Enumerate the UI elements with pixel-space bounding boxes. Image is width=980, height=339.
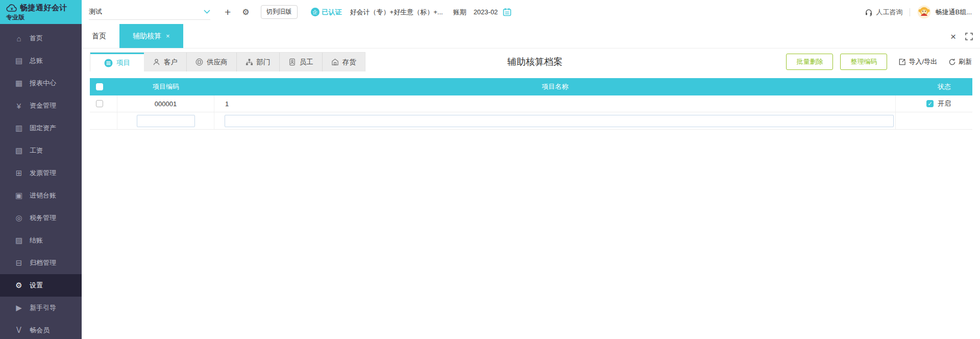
archive-icon: ⊟ bbox=[14, 258, 23, 268]
import-export-button[interactable]: 导入/导出 bbox=[898, 57, 937, 66]
sidebar-item-home[interactable]: ⌂首页 bbox=[0, 27, 82, 50]
app-logo: ¥ 畅捷通好会计 专业版 bbox=[0, 0, 82, 24]
sidebar: ¥ 畅捷通好会计 专业版 ⌂首页 ▤总账 ▦报表中心 ¥资金管理 ▥固定资产 ▧… bbox=[0, 0, 82, 339]
column-header-name: 项目名称 bbox=[214, 78, 896, 95]
gear-icon: ⚙ bbox=[14, 281, 23, 290]
column-header-code: 项目编码 bbox=[117, 78, 214, 95]
closing-book-icon: ▨ bbox=[14, 236, 23, 245]
chevron-down-icon bbox=[204, 10, 210, 14]
sidebar-item-closing[interactable]: ▨结账 bbox=[0, 229, 82, 252]
switch-old-version-button[interactable]: 切到旧版 bbox=[261, 5, 298, 19]
new-entry-row bbox=[90, 112, 972, 130]
row-checkbox[interactable] bbox=[96, 100, 103, 107]
user-name: 畅捷通B组... bbox=[935, 8, 972, 17]
customer-person-icon bbox=[153, 58, 160, 66]
sidebar-item-invoices[interactable]: ⊞发票管理 bbox=[0, 162, 82, 184]
subtab-inventory[interactable]: 存货 bbox=[322, 53, 365, 71]
inventory-box-icon bbox=[331, 58, 339, 66]
subtab-strip: 项目 客户 供应商 bbox=[90, 52, 365, 71]
tax-icon: ◎ bbox=[14, 213, 23, 223]
refresh-button[interactable]: 刷新 bbox=[948, 57, 972, 66]
vip-icon: Ⅴ bbox=[14, 326, 23, 335]
page-title: 辅助核算档案 bbox=[507, 56, 562, 68]
support-link[interactable]: 人工咨询 bbox=[865, 8, 902, 17]
subtab-supplier[interactable]: 供应商 bbox=[186, 53, 236, 71]
home-icon: ⌂ bbox=[14, 34, 23, 43]
app-window: ¥ 畅捷通好会计 专业版 ⌂首页 ▤总账 ▦报表中心 ¥资金管理 ▥固定资产 ▧… bbox=[0, 0, 980, 339]
subtab-employee[interactable]: 员工 bbox=[279, 53, 322, 71]
account-settings-gear-icon[interactable]: ⚙ bbox=[242, 7, 249, 17]
subtab-customer[interactable]: 客户 bbox=[144, 53, 186, 71]
main-area: 测试 + ⚙ 切到旧版 企 已认证 好会计（专）+好生意（标）+... 账期 2… bbox=[82, 0, 980, 339]
payroll-icon: ▧ bbox=[14, 146, 23, 155]
certified-badge[interactable]: 企 已认证 bbox=[311, 8, 342, 17]
cloud-logo-icon: ¥ bbox=[6, 4, 17, 12]
tabbar: 首页 辅助核算 × × bbox=[82, 24, 980, 49]
sidebar-item-fixed-assets[interactable]: ▥固定资产 bbox=[0, 117, 82, 139]
fullscreen-icon[interactable] bbox=[965, 33, 973, 40]
toolbar-actions: 批量删除 整理编码 导入/导出 刷新 bbox=[786, 52, 972, 71]
subtab-department[interactable]: 部门 bbox=[236, 53, 279, 71]
organize-codes-button[interactable]: 整理编码 bbox=[840, 54, 887, 70]
employee-badge-icon bbox=[288, 58, 296, 66]
sidebar-item-tax[interactable]: ◎税务管理 bbox=[0, 207, 82, 229]
tab-close-icon[interactable]: × bbox=[166, 32, 170, 40]
sidebar-item-membership[interactable]: Ⅴ畅会员 bbox=[0, 319, 82, 339]
money-bag-icon: ¥ bbox=[14, 102, 23, 110]
sidebar-item-payroll[interactable]: ▧工资 bbox=[0, 139, 82, 162]
tab-home[interactable]: 首页 bbox=[90, 24, 119, 48]
status-enabled-checkbox[interactable] bbox=[926, 100, 934, 107]
select-all-checkbox[interactable] bbox=[96, 83, 103, 90]
new-name-input[interactable] bbox=[225, 115, 894, 127]
ledger-book-icon: ▣ bbox=[14, 191, 23, 200]
close-icon[interactable]: × bbox=[950, 32, 956, 41]
batch-delete-button[interactable]: 批量删除 bbox=[786, 54, 833, 70]
sidebar-item-archive[interactable]: ⊟归档管理 bbox=[0, 252, 82, 274]
headset-icon bbox=[865, 8, 873, 16]
report-chart-icon: ▦ bbox=[14, 79, 23, 88]
invoice-icon: ⊞ bbox=[14, 168, 23, 178]
auxiliary-table: 项目编码 项目名称 状态 000001 1 开启 bbox=[90, 78, 972, 130]
play-video-icon: ▶ bbox=[14, 303, 23, 312]
sidebar-menu: ⌂首页 ▤总账 ▦报表中心 ¥资金管理 ▥固定资产 ▧工资 ⊞发票管理 ▣进销台… bbox=[0, 24, 82, 339]
period-value[interactable]: 2023-02 bbox=[474, 8, 498, 16]
sidebar-item-settings[interactable]: ⚙设置 bbox=[0, 274, 82, 297]
sidebar-item-funds[interactable]: ¥资金管理 bbox=[0, 94, 82, 117]
department-org-icon bbox=[246, 58, 253, 66]
table-header: 项目编码 项目名称 状态 bbox=[90, 78, 972, 95]
content-panel: 项目 客户 供应商 bbox=[82, 49, 980, 339]
avatar bbox=[917, 5, 931, 19]
new-code-input[interactable] bbox=[137, 115, 195, 127]
status-label: 开启 bbox=[938, 99, 951, 108]
product-bundle-label[interactable]: 好会计（专）+好生意（标）+... bbox=[350, 8, 443, 17]
sidebar-item-general-ledger[interactable]: ▤总账 bbox=[0, 50, 82, 72]
project-list-icon bbox=[104, 59, 113, 67]
account-select[interactable]: 测试 bbox=[89, 5, 210, 20]
building-icon: ▥ bbox=[14, 124, 23, 133]
add-account-icon[interactable]: + bbox=[225, 6, 231, 18]
sidebar-item-beginner-guide[interactable]: ▶新手引导 bbox=[0, 297, 82, 319]
subtab-project[interactable]: 项目 bbox=[90, 53, 144, 71]
period-label: 账期 bbox=[453, 8, 467, 17]
svg-text:¥: ¥ bbox=[11, 6, 13, 11]
enterprise-badge-icon: 企 bbox=[311, 8, 320, 16]
table-row[interactable]: 000001 1 开启 bbox=[90, 95, 972, 112]
account-name: 测试 bbox=[89, 7, 102, 16]
calendar-icon[interactable] bbox=[503, 8, 511, 16]
row-name: 1 bbox=[214, 95, 896, 112]
sidebar-item-report-center[interactable]: ▦报表中心 bbox=[0, 72, 82, 94]
toolbar: 项目 客户 供应商 bbox=[90, 52, 980, 71]
supplier-icon bbox=[195, 58, 203, 66]
column-header-status: 状态 bbox=[896, 78, 972, 95]
topbar-divider bbox=[910, 8, 910, 16]
topbar: 测试 + ⚙ 切到旧版 企 已认证 好会计（专）+好生意（标）+... 账期 2… bbox=[82, 0, 980, 24]
refresh-icon bbox=[948, 58, 956, 66]
user-menu[interactable]: 畅捷通B组... bbox=[917, 5, 972, 19]
tab-auxiliary-accounting[interactable]: 辅助核算 × bbox=[119, 24, 183, 48]
import-export-icon bbox=[898, 58, 906, 66]
ledger-icon: ▤ bbox=[14, 56, 23, 65]
app-edition: 专业版 bbox=[6, 13, 77, 22]
sidebar-item-purchase-sales-ledger[interactable]: ▣进销台账 bbox=[0, 184, 82, 207]
app-title: 畅捷通好会计 bbox=[20, 3, 67, 13]
row-code: 000001 bbox=[117, 95, 214, 112]
